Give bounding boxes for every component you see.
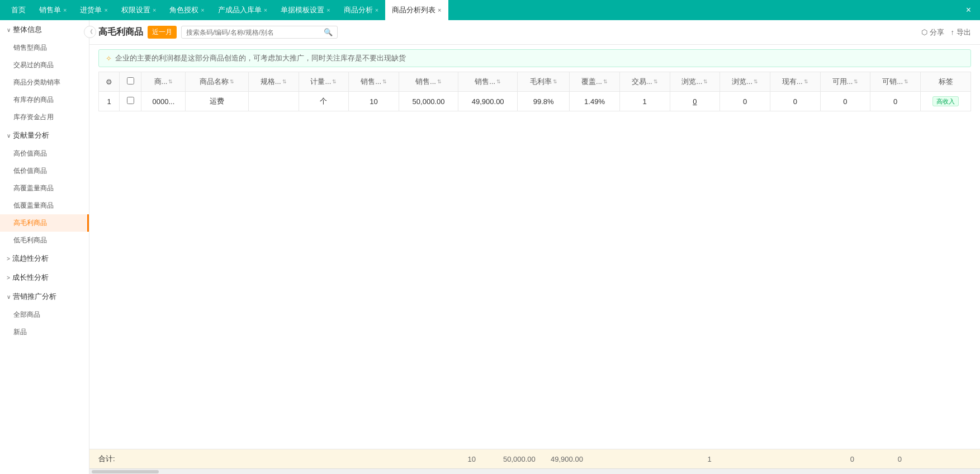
select-all-checkbox[interactable] [127, 77, 134, 85]
col-header-unit[interactable]: 计量...⇅ [299, 72, 349, 92]
footer-cell-14: 0 [828, 455, 876, 463]
footer-cell-4 [353, 455, 400, 463]
col-header-views1[interactable]: 浏览...⇅ [670, 72, 720, 92]
col-header-coverage[interactable]: 覆盖...⇅ [570, 72, 620, 92]
col-header-spec[interactable]: 规格...⇅ [248, 72, 299, 92]
table-container: ⚙商...⇅商品名称⇅规格...⇅计量...⇅销售...⇅销售...⇅销售...… [98, 72, 971, 449]
section-label: 流趋性分析 [12, 254, 49, 264]
col-header-stock_sale[interactable]: 可销...⇅ [870, 72, 921, 92]
sidebar-item-交易过的商品[interactable]: 交易过的商品 [0, 57, 89, 74]
nav-item-角色授权[interactable]: 角色授权 × [163, 0, 211, 20]
col-label: 商... [154, 77, 168, 87]
cell-gross_margin: 99.8% [518, 92, 570, 111]
col-sort-stock_sale: 可销...⇅ [874, 77, 917, 87]
nav-close-icon[interactable]: × [438, 7, 441, 13]
cell-index: 1 [99, 92, 120, 111]
sort-icon: ⇅ [382, 79, 387, 85]
col-sort-spec: 规格...⇅ [252, 77, 295, 87]
footer-total: 合计: 1050,000.0049,900.00100 [89, 449, 980, 468]
sidebar-item-高价值商品[interactable]: 高价值商品 [0, 145, 89, 162]
col-header-settings: ⚙ [99, 72, 120, 92]
col-header-name[interactable]: 商品名称⇅ [186, 72, 248, 92]
period-button[interactable]: 近一月 [148, 26, 177, 39]
sidebar-item-低毛利商品[interactable]: 低毛利商品 [0, 232, 89, 249]
sort-icon: ⇅ [230, 79, 234, 85]
footer-cell-15: 0 [876, 455, 924, 463]
col-label: 销售... [361, 77, 381, 87]
views1-link[interactable]: 0 [693, 97, 697, 106]
search-box: 🔍 [181, 26, 338, 39]
col-header-stock_available[interactable]: 可用...⇅ [820, 72, 870, 92]
col-sort-sales_qty: 销售...⇅ [352, 77, 395, 87]
nav-close-icon[interactable]: × [264, 7, 267, 13]
sidebar-collapse-button[interactable]: 《 [84, 26, 96, 38]
sidebar-section-成长性分析[interactable]: > 成长性分析 [0, 268, 89, 287]
col-header-views2[interactable]: 浏览...⇅ [720, 72, 770, 92]
export-button[interactable]: ↑ 导出 [951, 27, 972, 37]
sidebar: ∨ 整体信息销售型商品交易过的商品商品分类助销率有库存的商品库存资金占用∨ 贡献… [0, 20, 89, 474]
tag-badge: 高收入 [932, 96, 959, 106]
sidebar-item-有库存的商品[interactable]: 有库存的商品 [0, 91, 89, 109]
bottom-scrollbar[interactable] [89, 468, 980, 474]
sidebar-item-低覆盖量商品[interactable]: 低覆盖量商品 [0, 197, 89, 214]
window-close-button[interactable]: × [962, 5, 976, 15]
sidebar-section-营销推广分析[interactable]: ∨ 营销推广分析 [0, 287, 89, 306]
row-checkbox[interactable] [127, 97, 134, 104]
col-header-sales_cost[interactable]: 销售...⇅ [458, 72, 518, 92]
scrollbar-thumb[interactable] [92, 470, 159, 473]
nav-close-icon[interactable]: × [104, 7, 107, 13]
sort-icon: ⇅ [168, 79, 173, 85]
col-header-gross_margin[interactable]: 毛利率⇅ [518, 72, 570, 92]
search-icon[interactable]: 🔍 [324, 28, 333, 36]
sidebar-item-全部商品[interactable]: 全部商品 [0, 306, 89, 323]
nav-item-销售单[interactable]: 销售单 × [32, 0, 73, 20]
nav-close-icon[interactable]: × [326, 7, 330, 13]
col-header-sales_amount[interactable]: 销售...⇅ [399, 72, 458, 92]
nav-item-商品分析列表[interactable]: 商品分析列表 × [385, 0, 448, 20]
sort-icon: ⇅ [282, 79, 287, 85]
search-input[interactable] [186, 29, 324, 36]
footer-cell-1 [191, 455, 238, 463]
content-area: 高毛利商品 近一月 🔍 ⬡ 分享 ↑ 导出 ✧ 企业的主要的利润都是这部分商品创… [89, 20, 980, 474]
footer-cell-2 [238, 455, 286, 463]
sidebar-item-低价值商品[interactable]: 低价值商品 [0, 162, 89, 180]
footer-cell-12 [733, 455, 781, 463]
nav-item-单据模板设置[interactable]: 单据模板设置 × [274, 0, 337, 20]
col-sort-coverage: 覆盖...⇅ [573, 77, 616, 87]
section-arrow-icon: ∨ [7, 133, 11, 139]
sidebar-item-库存资金占用[interactable]: 库存资金占用 [0, 109, 89, 126]
total-label: 合计: [98, 454, 143, 464]
main-layout: ∨ 整体信息销售型商品交易过的商品商品分类助销率有库存的商品库存资金占用∨ 贡献… [0, 20, 980, 474]
share-button[interactable]: ⬡ 分享 [921, 27, 944, 37]
nav-close-icon[interactable]: × [153, 7, 156, 13]
nav-close-icon[interactable]: × [63, 7, 67, 13]
table-row: 10000...运费个1050,000.0049,900.0099.8%1.49… [99, 92, 971, 111]
sidebar-section-流趋性分析[interactable]: > 流趋性分析 [0, 249, 89, 268]
sidebar-item-高覆盖量商品[interactable]: 高覆盖量商品 [0, 180, 89, 197]
col-header-transactions[interactable]: 交易...⇅ [619, 72, 670, 92]
nav-item-进货单[interactable]: 进货单 × [73, 0, 114, 20]
col-sort-sales_amount: 销售...⇅ [403, 77, 455, 87]
page-title: 高毛利商品 [98, 26, 143, 38]
nav-item-商品分析[interactable]: 商品分析 × [337, 0, 385, 20]
footer-cell-7: 50,000.00 [495, 455, 543, 463]
col-header-code[interactable]: 商...⇅ [141, 72, 186, 92]
cell-spec [248, 92, 299, 111]
nav-close-icon[interactable]: × [201, 7, 204, 13]
cell-views2: 0 [720, 92, 770, 111]
sidebar-section-整体信息[interactable]: ∨ 整体信息 [0, 20, 89, 39]
nav-close-icon[interactable]: × [375, 7, 378, 13]
col-header-stock_current[interactable]: 现有...⇅ [770, 72, 820, 92]
sidebar-item-商品分类助销率[interactable]: 商品分类助销率 [0, 74, 89, 91]
nav-item-产成品入库单[interactable]: 产成品入库单 × [211, 0, 274, 20]
notice-bar: ✧ 企业的主要的利润都是这部分商品创造的，可考虑加大推广，同时关注库存是不要出现… [98, 49, 971, 67]
nav-item-首页[interactable]: 首页 [4, 0, 32, 20]
col-header-sales_qty[interactable]: 销售...⇅ [349, 72, 399, 92]
nav-item-权限设置[interactable]: 权限设置 × [115, 0, 163, 20]
sidebar-item-销售型商品[interactable]: 销售型商品 [0, 39, 89, 57]
sidebar-item-高毛利商品[interactable]: 高毛利商品 [0, 214, 89, 232]
sidebar-item-新品[interactable]: 新品 [0, 323, 89, 341]
sort-icon: ⇅ [496, 79, 501, 85]
col-label: 覆盖... [581, 77, 602, 87]
sidebar-section-贡献量分析[interactable]: ∨ 贡献量分析 [0, 126, 89, 145]
